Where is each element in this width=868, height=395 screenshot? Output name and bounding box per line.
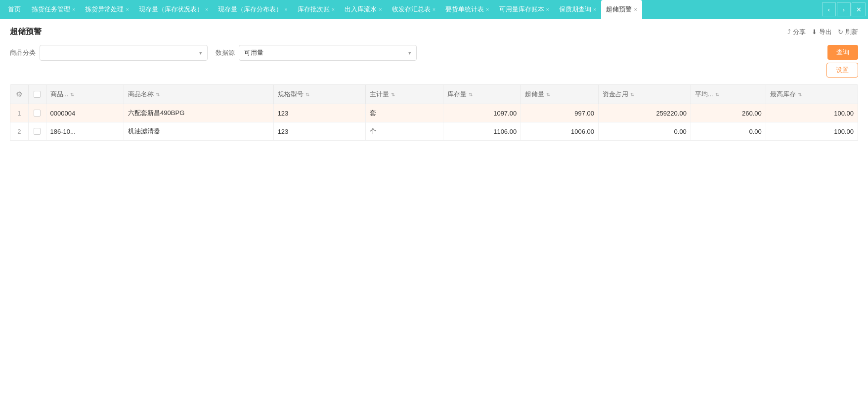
row-stock-1: 1106.00	[443, 122, 521, 141]
nav-tab-7[interactable]: 要货单统计表 ×	[440, 0, 494, 19]
table-header-over[interactable]: 超储量 ⇅	[521, 85, 599, 104]
row-avg-1: 0.00	[691, 122, 766, 141]
table-row: 1 0000004 六配套新昌490BPG 123 套 1097.00 997.…	[10, 104, 858, 122]
page-header: 超储预警 ⤴ 分享 ⬇ 导出 ↻ 刷新	[10, 27, 858, 37]
row-name-0: 六配套新昌490BPG	[124, 104, 274, 122]
table-header-spec[interactable]: 规格型号 ⇅	[273, 85, 366, 104]
nav-tab-label-1: 拣货异常处理	[85, 5, 124, 14]
table-header-avg[interactable]: 平均... ⇅	[691, 85, 766, 104]
nav-tab-label-0: 拣货任务管理	[32, 5, 70, 14]
select-all-checkbox[interactable]	[34, 91, 41, 98]
refresh-label: 刷新	[845, 28, 858, 37]
nav-tab-9[interactable]: 保质期查询 ×	[554, 0, 601, 19]
row-maxstock-0: 100.00	[766, 104, 858, 122]
row-seq-1: 2	[10, 122, 28, 141]
close-tab-1[interactable]: ×	[126, 6, 129, 12]
share-button[interactable]: ⤴ 分享	[787, 28, 806, 37]
row-unit-1: 个	[366, 122, 443, 141]
row-maxstock-1: 100.00	[766, 122, 858, 141]
refresh-button[interactable]: ↻ 刷新	[838, 28, 858, 37]
refresh-icon: ↻	[838, 28, 843, 36]
datasource-select[interactable]: 可用量 ▾	[239, 45, 417, 61]
nav-tab-label-6: 收发存汇总表	[392, 5, 431, 14]
nav-tab-3[interactable]: 现存量（库存分布表） ×	[213, 0, 292, 19]
table-header-maxstock[interactable]: 最高库存 ⇅	[766, 85, 858, 104]
page-content: 超储预警 ⤴ 分享 ⬇ 导出 ↻ 刷新 商品分类 ▾ 数据源	[0, 19, 868, 395]
nav-tab-0[interactable]: 拣货任务管理 ×	[27, 0, 80, 19]
row-name-1: 机油滤清器	[124, 122, 274, 141]
nav-tab-4[interactable]: 库存批次账 ×	[293, 0, 340, 19]
row-seq-0: 1	[10, 104, 28, 122]
data-table: ⚙ 商品... ⇅ 商品	[10, 84, 858, 141]
table-row: 2 186-10... 机油滤清器 123 个 1106.00 1006.00 …	[10, 122, 858, 141]
query-button[interactable]: 查询	[827, 45, 858, 60]
close-tab-3[interactable]: ×	[284, 6, 287, 12]
nav-tab-label-2: 现存量（库存状况表）	[139, 5, 203, 14]
sort-icon-stock: ⇅	[469, 92, 473, 97]
row-over-0: 997.00	[521, 104, 599, 122]
sort-icon-name: ⇅	[156, 92, 160, 97]
datasource-label: 数据源	[216, 48, 235, 57]
row-avg-0: 260.00	[691, 104, 766, 122]
close-tab-10[interactable]: ×	[634, 6, 637, 12]
nav-tab-10[interactable]: 超储预警 ×	[601, 0, 642, 19]
table-header-row: ⚙ 商品... ⇅ 商品	[10, 85, 858, 104]
table-header-capital[interactable]: 资金占用 ⇅	[599, 85, 691, 104]
nav-tab-label-9: 保质期查询	[559, 5, 591, 14]
close-tab-7[interactable]: ×	[486, 6, 489, 12]
close-tab-9[interactable]: ×	[593, 6, 596, 12]
nav-tab-label-7: 要货单统计表	[445, 5, 484, 14]
nav-tab-2[interactable]: 现存量（库存状况表） ×	[134, 0, 213, 19]
nav-next-button[interactable]: ›	[837, 2, 851, 16]
export-label: 导出	[819, 28, 832, 37]
row-code-0: 0000004	[46, 104, 124, 122]
sort-icon-spec: ⇅	[305, 92, 309, 97]
share-icon: ⤴	[787, 28, 791, 36]
sort-icon-capital: ⇅	[630, 92, 634, 97]
share-label: 分享	[793, 28, 806, 37]
nav-prev-button[interactable]: ‹	[822, 2, 836, 16]
row-checkbox-1[interactable]	[28, 122, 46, 141]
nav-tab-8[interactable]: 可用量库存账本 ×	[494, 0, 554, 19]
category-select[interactable]: ▾	[40, 45, 208, 61]
close-tab-2[interactable]: ×	[205, 6, 208, 12]
close-tab-4[interactable]: ×	[332, 6, 335, 12]
close-tab-8[interactable]: ×	[546, 6, 549, 12]
nav-tab-1[interactable]: 拣货异常处理 ×	[80, 0, 133, 19]
table-header-stock[interactable]: 库存量 ⇅	[443, 85, 521, 104]
sort-icon-unit: ⇅	[391, 92, 395, 97]
filter-buttons: 查询 设置	[826, 45, 858, 78]
sort-icon-avg: ⇅	[715, 92, 719, 97]
datasource-chevron-icon: ▾	[408, 50, 411, 56]
nav-tab-6[interactable]: 收发存汇总表 ×	[387, 0, 440, 19]
row-select-checkbox-1[interactable]	[34, 128, 41, 135]
table-header-code[interactable]: 商品... ⇅	[46, 85, 124, 104]
row-select-checkbox-0[interactable]	[34, 110, 41, 117]
row-stock-0: 1097.00	[443, 104, 521, 122]
settings-button[interactable]: 设置	[826, 63, 858, 78]
export-button[interactable]: ⬇ 导出	[812, 28, 832, 37]
nav-tab-5[interactable]: 出入库流水 ×	[340, 0, 387, 19]
category-label: 商品分类	[10, 48, 36, 57]
nav-tab-label-5: 出入库流水	[345, 5, 377, 14]
row-checkbox-0[interactable]	[28, 104, 46, 122]
close-tab-0[interactable]: ×	[72, 6, 75, 12]
datasource-filter: 数据源 可用量 ▾	[216, 45, 417, 61]
close-tab-6[interactable]: ×	[433, 6, 435, 12]
table-header-settings[interactable]: ⚙	[10, 85, 28, 104]
row-code-1: 186-10...	[46, 122, 124, 141]
table-header-name[interactable]: 商品名称 ⇅	[124, 85, 274, 104]
nav-home[interactable]: 首页	[2, 5, 27, 14]
sort-icon-maxstock: ⇅	[798, 92, 802, 97]
table-header-checkbox	[28, 85, 46, 104]
row-spec-0: 123	[273, 104, 366, 122]
nav-close-button[interactable]: ✕	[852, 2, 866, 16]
close-tab-5[interactable]: ×	[379, 6, 382, 12]
category-chevron-icon: ▾	[199, 50, 202, 56]
table-header-unit[interactable]: 主计量 ⇅	[366, 85, 443, 104]
gear-icon[interactable]: ⚙	[16, 90, 22, 98]
nav-tab-label-8: 可用量库存账本	[499, 5, 544, 14]
sort-icon-over: ⇅	[546, 92, 550, 97]
row-capital-0: 259220.00	[599, 104, 691, 122]
row-over-1: 1006.00	[521, 122, 599, 141]
